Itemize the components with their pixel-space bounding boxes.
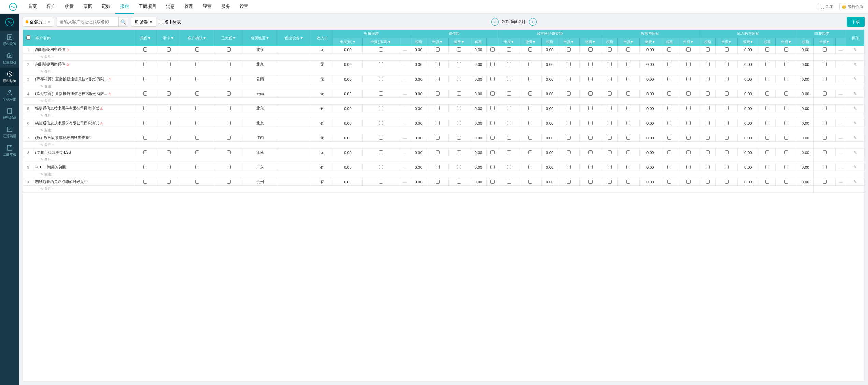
row-checkbox[interactable] [626,121,630,125]
row-checkbox[interactable] [784,77,788,81]
note-pencil-icon[interactable]: ✎ [40,128,43,132]
row-checkbox[interactable] [507,150,511,154]
row-checkbox[interactable] [725,165,729,169]
row-checkbox[interactable] [706,77,710,81]
note-pencil-icon[interactable]: ✎ [40,84,43,88]
note-pencil-icon[interactable]: ✎ [40,187,43,191]
row-checkbox[interactable] [765,77,769,81]
row-checkbox[interactable] [490,136,495,140]
row-checkbox[interactable] [143,62,147,66]
row-checkbox[interactable] [436,165,440,169]
row-checkbox[interactable] [667,77,671,81]
row-checkbox[interactable] [227,62,231,66]
row-checkbox[interactable] [567,62,571,66]
row-checkbox[interactable] [195,77,199,81]
row-checkbox[interactable] [588,136,593,140]
row-checkbox[interactable] [528,136,532,140]
row-checkbox[interactable] [195,180,199,184]
row-checkbox[interactable] [457,77,461,81]
edit-button[interactable]: ✎ [853,179,857,184]
row-checkbox[interactable] [490,180,495,184]
note-pencil-icon[interactable]: ✎ [40,143,43,147]
sidebar-item-tax-record[interactable]: 报税记录 [0,104,19,123]
row-checkbox[interactable] [436,62,440,66]
row-checkbox[interactable] [227,136,231,140]
row-checkbox[interactable] [626,47,630,52]
edit-button[interactable]: ✎ [853,120,857,126]
row-checkbox[interactable] [567,121,571,125]
row-checkbox[interactable] [567,91,571,96]
row-checkbox[interactable] [725,121,729,125]
row-checkbox[interactable] [528,121,532,125]
row-checkbox[interactable] [528,150,532,154]
row-checkbox[interactable] [667,136,671,140]
nav-item-settings[interactable]: 设置 [235,0,253,14]
row-checkbox[interactable] [567,136,571,140]
row-checkbox[interactable] [195,106,199,110]
row-checkbox[interactable] [528,91,532,96]
next-month-button[interactable]: › [529,18,537,26]
row-checkbox[interactable] [567,77,571,81]
note-pencil-icon[interactable]: ✎ [40,114,43,117]
row-checkbox[interactable] [725,136,729,140]
edit-button[interactable]: ✎ [853,106,857,111]
row-checkbox[interactable] [765,180,769,184]
row-checkbox[interactable] [436,180,440,184]
row-checkbox[interactable] [227,77,231,81]
row-checkbox[interactable] [379,62,383,66]
row-checkbox[interactable] [379,47,383,52]
row-checkbox[interactable] [725,77,729,81]
row-checkbox[interactable] [784,150,788,154]
row-checkbox[interactable] [143,136,147,140]
row-checkbox[interactable] [784,47,788,52]
row-checkbox[interactable] [143,47,147,52]
note-pencil-icon[interactable]: ✎ [40,172,43,176]
edit-button[interactable]: ✎ [853,135,857,140]
prev-month-button[interactable]: ‹ [491,18,499,26]
row-checkbox[interactable] [457,136,461,140]
row-checkbox[interactable] [667,150,671,154]
search-button[interactable]: 🔍 [118,17,128,27]
note-pencil-icon[interactable]: ✎ [40,99,43,103]
row-checkbox[interactable] [227,91,231,96]
row-checkbox[interactable] [167,121,171,125]
select-all-checkbox[interactable] [26,35,30,40]
row-checkbox[interactable] [490,165,495,169]
row-checkbox[interactable] [608,136,612,140]
row-checkbox[interactable] [436,121,440,125]
row-checkbox[interactable] [167,77,171,81]
row-checkbox[interactable] [686,91,691,96]
row-checkbox[interactable] [436,77,440,81]
nav-item-business[interactable]: 工商项目 [134,0,161,14]
row-checkbox[interactable] [667,62,671,66]
row-checkbox[interactable] [457,150,461,154]
row-checkbox[interactable] [507,47,511,52]
row-checkbox[interactable] [706,180,710,184]
row-checkbox[interactable] [626,77,630,81]
row-checkbox[interactable] [823,91,827,96]
row-checkbox[interactable] [725,91,729,96]
nav-item-message[interactable]: 消息 [161,0,180,14]
nav-item-billing[interactable]: 收费 [60,0,79,14]
row-checkbox[interactable] [528,77,532,81]
row-checkbox[interactable] [706,62,710,66]
row-checkbox[interactable] [608,91,612,96]
row-checkbox[interactable] [167,47,171,52]
row-checkbox[interactable] [626,106,630,110]
row-checkbox[interactable] [528,62,532,66]
row-checkbox[interactable] [823,77,827,81]
sidebar-item-overview[interactable]: 报税总览 [0,68,19,86]
row-checkbox[interactable] [507,62,511,66]
row-checkbox[interactable] [608,165,612,169]
search-input[interactable] [57,17,118,26]
row-checkbox[interactable] [765,136,769,140]
note-pencil-icon[interactable]: ✎ [40,158,43,161]
row-checkbox[interactable] [528,106,532,110]
row-checkbox[interactable] [725,180,729,184]
row-checkbox[interactable] [667,91,671,96]
row-checkbox[interactable] [567,180,571,184]
row-checkbox[interactable] [725,106,729,110]
row-checkbox[interactable] [823,121,827,125]
row-checkbox[interactable] [567,47,571,52]
my-accounts-checkbox[interactable] [159,20,163,24]
